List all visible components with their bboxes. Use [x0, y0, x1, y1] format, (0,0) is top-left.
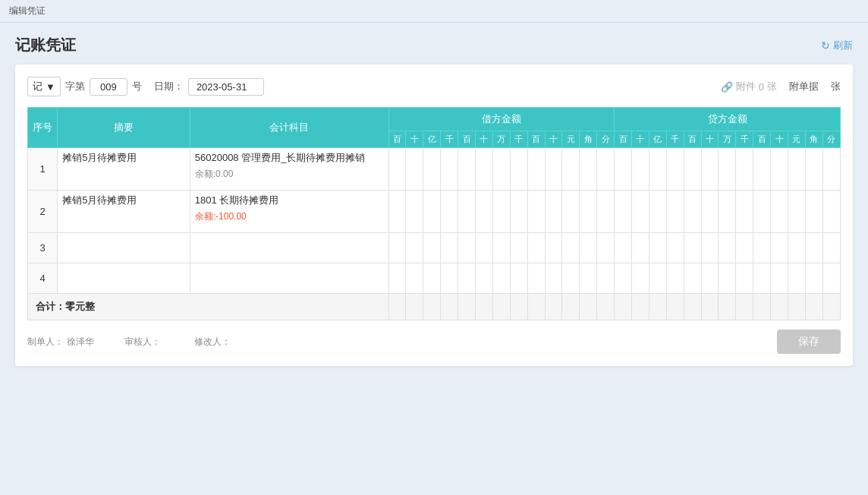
row-2-debit-1[interactable]: [406, 233, 423, 263]
row-2-debit-9[interactable]: [545, 233, 562, 263]
row-1-credit-7[interactable]: [736, 191, 753, 233]
row-0-summary[interactable]: 摊销5月待摊费用: [58, 148, 190, 191]
row-2-debit-6[interactable]: [492, 233, 510, 263]
row-2-credit-5[interactable]: [701, 233, 719, 263]
row-2-debit-11[interactable]: [580, 233, 597, 263]
row-3-credit-4[interactable]: [684, 263, 701, 294]
row-2-debit-0[interactable]: [388, 233, 406, 263]
row-1-credit-6[interactable]: [719, 191, 736, 233]
row-3-credit-1[interactable]: [631, 263, 649, 294]
row-1-account[interactable]: 1801 长期待摊费用余额:-100.00: [190, 191, 388, 233]
row-2-debit-7[interactable]: [510, 233, 527, 263]
row-3-debit-10[interactable]: [562, 263, 580, 294]
row-0-credit-7[interactable]: [736, 148, 753, 191]
row-3-credit-6[interactable]: [719, 263, 736, 294]
row-0-debit-3[interactable]: [441, 148, 458, 191]
row-0-credit-2[interactable]: [649, 148, 666, 191]
row-2-debit-5[interactable]: [475, 233, 492, 263]
row-3-debit-1[interactable]: [406, 263, 423, 294]
row-0-credit-0[interactable]: [615, 148, 632, 191]
row-3-credit-2[interactable]: [649, 263, 666, 294]
row-2-credit-1[interactable]: [631, 233, 649, 263]
row-2-credit-4[interactable]: [684, 233, 701, 263]
row-1-debit-1[interactable]: [406, 191, 423, 233]
row-1-summary[interactable]: 摊销5月待摊费用: [58, 191, 190, 233]
row-3-debit-3[interactable]: [441, 263, 458, 294]
row-0-account[interactable]: 56020008 管理费用_长期待摊费用摊销余额:0.00: [190, 148, 388, 191]
row-1-debit-3[interactable]: [441, 191, 458, 233]
date-field[interactable]: 2023-05-31: [188, 78, 264, 96]
row-0-debit-4[interactable]: [458, 148, 476, 191]
row-0-credit-5[interactable]: [701, 148, 719, 191]
row-1-credit-9[interactable]: [771, 191, 788, 233]
row-1-credit-1[interactable]: [631, 191, 649, 233]
row-1-debit-4[interactable]: [458, 191, 476, 233]
row-3-debit-12[interactable]: [597, 263, 615, 294]
row-2-credit-7[interactable]: [736, 233, 753, 263]
row-2-debit-3[interactable]: [441, 233, 458, 263]
row-1-credit-4[interactable]: [684, 191, 701, 233]
row-1-debit-6[interactable]: [492, 191, 510, 233]
row-3-debit-7[interactable]: [510, 263, 527, 294]
row-1-credit-2[interactable]: [649, 191, 666, 233]
row-2-credit-0[interactable]: [615, 233, 632, 263]
row-1-credit-0[interactable]: [615, 191, 632, 233]
row-3-credit-9[interactable]: [771, 263, 788, 294]
row-3-credit-10[interactable]: [788, 263, 805, 294]
row-0-credit-1[interactable]: [631, 148, 649, 191]
row-3-summary[interactable]: [58, 263, 190, 294]
row-1-credit-8[interactable]: [753, 191, 771, 233]
row-2-credit-6[interactable]: [719, 233, 736, 263]
row-2-debit-12[interactable]: [597, 233, 615, 263]
voucher-type-select[interactable]: 记 ▼: [27, 77, 61, 96]
row-0-credit-12[interactable]: [822, 148, 840, 191]
voucher-number-field[interactable]: 009: [90, 78, 127, 96]
row-3-credit-0[interactable]: [615, 263, 632, 294]
row-2-summary[interactable]: [58, 233, 190, 263]
row-0-credit-6[interactable]: [719, 148, 736, 191]
row-2-credit-2[interactable]: [649, 233, 666, 263]
row-2-account[interactable]: [190, 233, 388, 263]
row-0-debit-2[interactable]: [423, 148, 441, 191]
row-2-credit-12[interactable]: [822, 233, 840, 263]
row-1-debit-10[interactable]: [562, 191, 580, 233]
row-1-credit-11[interactable]: [805, 191, 822, 233]
row-1-debit-5[interactable]: [475, 191, 492, 233]
row-3-credit-11[interactable]: [805, 263, 822, 294]
row-3-credit-12[interactable]: [822, 263, 840, 294]
row-3-debit-9[interactable]: [545, 263, 562, 294]
row-2-credit-3[interactable]: [666, 233, 684, 263]
row-0-debit-5[interactable]: [475, 148, 492, 191]
row-0-debit-7[interactable]: [510, 148, 527, 191]
row-0-credit-3[interactable]: [666, 148, 684, 191]
row-1-debit-7[interactable]: [510, 191, 527, 233]
row-2-debit-4[interactable]: [458, 233, 476, 263]
row-1-debit-12[interactable]: [597, 191, 615, 233]
row-3-debit-11[interactable]: [580, 263, 597, 294]
row-3-account[interactable]: [190, 263, 388, 294]
save-button[interactable]: 保存: [777, 329, 841, 354]
row-3-credit-3[interactable]: [666, 263, 684, 294]
row-1-debit-11[interactable]: [580, 191, 597, 233]
row-2-credit-8[interactable]: [753, 233, 771, 263]
row-1-debit-9[interactable]: [545, 191, 562, 233]
row-2-debit-8[interactable]: [527, 233, 545, 263]
row-0-credit-4[interactable]: [684, 148, 701, 191]
row-3-debit-6[interactable]: [492, 263, 510, 294]
row-2-credit-9[interactable]: [771, 233, 788, 263]
attachment-link[interactable]: 🔗 附件 0 张: [721, 80, 777, 93]
row-0-credit-11[interactable]: [805, 148, 822, 191]
row-1-debit-2[interactable]: [423, 191, 441, 233]
row-2-debit-10[interactable]: [562, 233, 580, 263]
row-0-debit-11[interactable]: [580, 148, 597, 191]
refresh-button[interactable]: ↻ 刷新: [821, 39, 853, 52]
row-0-debit-6[interactable]: [492, 148, 510, 191]
row-0-debit-10[interactable]: [562, 148, 580, 191]
row-0-debit-8[interactable]: [527, 148, 545, 191]
row-3-debit-4[interactable]: [458, 263, 476, 294]
row-1-debit-0[interactable]: [388, 191, 406, 233]
row-0-credit-10[interactable]: [788, 148, 805, 191]
row-2-credit-11[interactable]: [805, 233, 822, 263]
row-0-debit-9[interactable]: [545, 148, 562, 191]
row-0-credit-8[interactable]: [753, 148, 771, 191]
